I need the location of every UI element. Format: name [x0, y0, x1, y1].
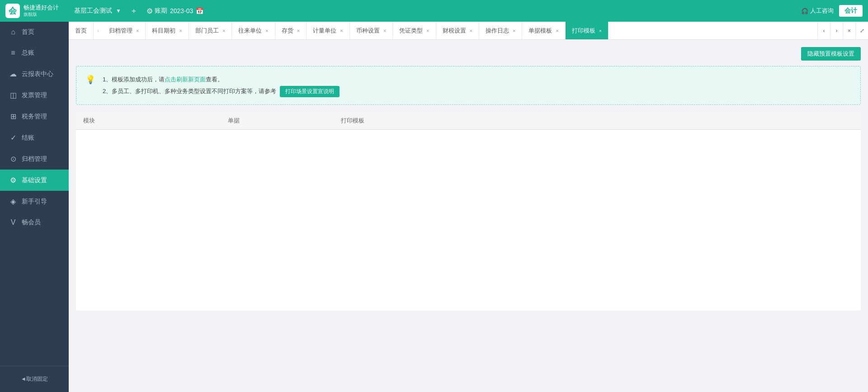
sidebar-item-label: 结账 [22, 134, 34, 142]
sidebar-item-label: 总账 [22, 49, 34, 57]
tab-label: 操作日志 [486, 27, 509, 35]
th-template: 打印模板 [334, 112, 861, 129]
tab-voucher-type[interactable]: 凭证类型 × [393, 22, 436, 39]
settings-icon[interactable]: ⚙ [145, 5, 155, 17]
print-scene-button[interactable]: 打印场景设置宣说明 [280, 86, 340, 97]
calendar-icon[interactable]: 📅 [196, 7, 203, 14]
tab-measure-unit[interactable]: 计量单位 × [307, 22, 349, 39]
member-icon: V [9, 218, 17, 227]
archive-icon: ⊙ [9, 155, 17, 163]
tab-home-label: 首页 [75, 27, 87, 35]
bulb-icon: 💡 [85, 75, 95, 85]
sidebar-item-reports[interactable]: ☁ 云报表中心 [0, 63, 69, 85]
tab-close-icon[interactable]: × [599, 28, 602, 33]
period-info: 账期 2023-03 📅 [155, 7, 203, 15]
tab-archive-mgmt[interactable]: 归档管理 × [103, 22, 146, 39]
tab-counterparty[interactable]: 往来单位 × [232, 22, 275, 39]
hide-preview-button[interactable]: 隐藏预置模板设置 [801, 47, 861, 61]
tab-bar-nav: ‹ › × ⤢ [817, 22, 868, 39]
period-label: 账期 [155, 7, 167, 15]
tab-dept-staff[interactable]: 部门员工 × [189, 22, 232, 39]
sidebar-item-general-ledger[interactable]: ≡ 总账 [0, 43, 69, 63]
tab-bar: 首页 ‹ 归档管理 × 科目期初 × 部门员工 × 往来单位 × 存货 × [69, 22, 868, 40]
logo-text-area: 畅捷通好会计 旗舰版 [24, 4, 59, 18]
tax-icon: ⊞ [9, 112, 17, 121]
company-selector[interactable]: 基层工会测试 ▼ [74, 7, 121, 15]
info-line1: 1、模板添加成功后，请点击刷新新页面查看。 [103, 74, 340, 85]
cloud-icon: ☁ [9, 70, 17, 78]
tab-label: 打印模板 [572, 27, 595, 35]
tab-close-icon[interactable]: × [426, 28, 429, 33]
kuai-button[interactable]: 会计 [839, 5, 863, 17]
tab-inventory[interactable]: 存货 × [275, 22, 307, 39]
customer-service-button[interactable]: 🎧 人工咨询 [801, 7, 834, 15]
settings-icon: ⚙ [9, 176, 17, 184]
tab-close-icon[interactable]: × [340, 28, 343, 33]
info-text-prefix: 1、模板添加成功后，请 [103, 76, 165, 83]
tab-close-icon[interactable]: × [513, 28, 515, 33]
top-bar-right: 🎧 人工咨询 会计 [801, 5, 863, 17]
tab-close-icon[interactable]: × [265, 28, 268, 33]
tab-close-icon[interactable]: × [222, 28, 225, 33]
table-header: 模块 单据 打印模板 [76, 112, 861, 130]
tab-close-icon[interactable]: × [556, 28, 558, 33]
sidebar-item-archive[interactable]: ⊙ 归档管理 [0, 148, 69, 170]
tab-close-icon[interactable]: × [136, 28, 139, 33]
sidebar-item-label: 云报表中心 [22, 70, 53, 78]
tab-close-icon[interactable]: × [383, 28, 386, 33]
tab-expand-button[interactable]: ⤢ [855, 22, 868, 39]
sidebar-item-home[interactable]: ⌂ 首页 [0, 22, 69, 43]
sidebar-item-tax[interactable]: ⊞ 税务管理 [0, 106, 69, 127]
tab-close-icon[interactable]: × [470, 28, 472, 33]
sidebar-bottom: ◄取消固定 [0, 366, 69, 392]
tab-tax-setting[interactable]: 财税设置 × [436, 22, 479, 39]
tab-currency[interactable]: 币种设置 × [350, 22, 393, 39]
th-doc: 单据 [221, 112, 334, 129]
tab-print-template[interactable]: 打印模板 × [566, 22, 609, 39]
sidebar-item-invoice[interactable]: ◫ 发票管理 [0, 85, 69, 106]
tab-operation-log[interactable]: 操作日志 × [479, 22, 522, 39]
tab-nav-prev-button[interactable]: ‹ [817, 22, 830, 39]
info-line2: 2、多员工、多打印机、多种业务类型设置不同打印方案等，请参考 打印场景设置宣说明 [103, 85, 340, 97]
sidebar-item-guide[interactable]: ◈ 新手引导 [0, 191, 69, 212]
app-name: 畅捷通好会计 [24, 4, 59, 11]
tab-subject-period[interactable]: 科目期初 × [146, 22, 189, 39]
top-bar: 会 畅捷通好会计 旗舰版 基层工会测试 ▼ ＋ ⚙ 账期 2023-03 📅 🎧… [0, 0, 868, 22]
tab-label: 财税设置 [443, 27, 466, 35]
tab-separator: ‹ [94, 28, 103, 34]
invoice-icon: ◫ [9, 91, 17, 99]
top-bar-actions: ＋ ⚙ [128, 5, 155, 18]
info-text-suffix: 查看。 [206, 76, 223, 83]
sidebar: ⌂ 首页 ≡ 总账 ☁ 云报表中心 ◫ 发票管理 ⊞ 税务管理 ✓ 结账 ⊙ 归… [0, 22, 69, 392]
cancel-fixed-button[interactable]: ◄取消固定 [0, 372, 69, 387]
tab-home[interactable]: 首页 [69, 22, 94, 39]
ledger-icon: ≡ [9, 49, 17, 57]
tab-label: 单据模板 [528, 27, 552, 35]
sidebar-item-label: 归档管理 [22, 155, 47, 163]
add-tab-button[interactable]: ＋ [128, 5, 139, 18]
th-module: 模块 [76, 112, 221, 129]
company-name: 基层工会测试 [74, 7, 112, 15]
tab-label: 部门员工 [195, 27, 219, 35]
chevron-down-icon: ▼ [116, 8, 121, 14]
sidebar-item-basic[interactable]: ⚙ 基础设置 [0, 170, 69, 191]
guide-icon: ◈ [9, 197, 17, 206]
tab-close-all-button[interactable]: × [843, 22, 855, 39]
tab-label: 币种设置 [356, 27, 380, 35]
tab-close-icon[interactable]: × [297, 28, 300, 33]
table-body [76, 130, 861, 311]
tab-close-icon[interactable]: × [179, 28, 182, 33]
tab-label: 归档管理 [109, 27, 132, 35]
tab-nav-next-button[interactable]: › [830, 22, 843, 39]
tab-single-doc[interactable]: 单据模板 × [522, 22, 565, 39]
sidebar-item-member[interactable]: V 畅会员 [0, 212, 69, 233]
info-box: 💡 1、模板添加成功后，请点击刷新新页面查看。 2、多员工、多打印机、多种业务类… [76, 66, 861, 105]
refresh-link[interactable]: 点击刷新新页面 [165, 76, 206, 83]
sidebar-item-close[interactable]: ✓ 结账 [0, 127, 69, 148]
cancel-fixed-label: ◄取消固定 [21, 375, 48, 383]
sidebar-item-label: 首页 [22, 28, 34, 36]
hide-preview-area: 隐藏预置模板设置 [76, 47, 861, 61]
home-icon: ⌂ [9, 28, 17, 36]
sidebar-item-label: 发票管理 [22, 91, 47, 99]
app-sub: 旗舰版 [24, 11, 59, 18]
